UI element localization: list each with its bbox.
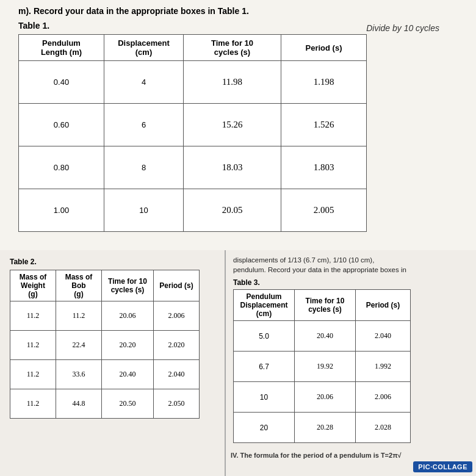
time-cell: 20.06 (102, 301, 154, 331)
period-cell: 2.020 (154, 331, 200, 360)
col-header-time2: Time for 10cycles (s) (102, 270, 154, 301)
time-cell: 20.50 (102, 389, 154, 419)
displacement-cell: 10 (104, 189, 184, 232)
disp-cell: 20 (234, 413, 295, 443)
col-header-time3: Time for 10cycles (s) (295, 290, 356, 321)
table2: Mass ofWeight (g) Mass of Bob(g) Time fo… (10, 270, 200, 419)
disp-cell: 6.7 (234, 352, 295, 382)
time-cell: 19.92 (295, 352, 356, 382)
table1: PendulumLength (m) Displacement(cm) Time… (18, 34, 367, 232)
time-cell: 20.06 (295, 382, 356, 413)
col-header-period2: Period (s) (154, 270, 200, 301)
time-cell: 11.98 (184, 61, 281, 104)
time-cell: 20.40 (295, 321, 356, 352)
col-header-time: Time for 10cycles (s) (184, 35, 281, 61)
table-row: 10 20.06 2.006 (234, 382, 411, 413)
col-header-length: PendulumLength (m) (19, 35, 104, 61)
col-header-bob: Mass of Bob(g) (56, 270, 102, 301)
table-row: 1.00 10 20.05 2.005 (19, 189, 367, 232)
table3: PendulumDisplacement(cm) Time for 10cycl… (233, 289, 411, 443)
table-row: 0.40 4 11.98 1.198 (19, 61, 367, 104)
table-row: 11.2 11.2 20.06 2.006 (10, 301, 200, 331)
table2-title: Table 2. (10, 258, 215, 266)
time-cell: 15.26 (184, 104, 281, 146)
length-cell: 1.00 (19, 189, 104, 232)
table3-title: Table 3. (233, 278, 469, 287)
table-row: 11.2 33.6 20.40 2.040 (10, 360, 200, 389)
iv-formula-text: IV. The formula for the period of a pend… (231, 452, 463, 459)
table-row: 6.7 19.92 1.992 (234, 352, 411, 382)
period-cell: 2.005 (281, 189, 367, 232)
table-row: 11.2 44.8 20.50 2.050 (10, 389, 200, 419)
period-cell: 1.198 (281, 61, 367, 104)
period-cell: 2.040 (356, 321, 411, 352)
period-cell: 2.050 (154, 389, 200, 419)
period-cell: 1.526 (281, 104, 367, 146)
weight-cell: 11.2 (10, 389, 56, 419)
weight-cell: 11.2 (10, 301, 56, 331)
intro-text: m). Record your data in the appropriate … (18, 6, 458, 16)
bob-cell: 33.6 (56, 360, 102, 389)
bob-cell: 11.2 (56, 301, 102, 331)
bottom-right-panel: displacements of 1/13 (6.7 cm), 1/10 (10… (226, 250, 476, 476)
bob-cell: 44.8 (56, 389, 102, 419)
period-cell: 2.006 (356, 382, 411, 413)
displacement-cell: 6 (104, 104, 184, 146)
length-cell: 0.80 (19, 146, 104, 189)
displacement-cell: 4 (104, 61, 184, 104)
col-header-displacement: Displacement(cm) (104, 35, 184, 61)
top-panel: m). Record your data in the appropriate … (0, 0, 476, 250)
right-intro-text: displacements of 1/13 (6.7 cm), 1/10 (10… (233, 255, 469, 275)
weight-cell: 11.2 (10, 331, 56, 360)
table-row: 20 20.28 2.028 (234, 413, 411, 443)
period-cell: 2.006 (154, 301, 200, 331)
time-cell: 20.20 (102, 331, 154, 360)
disp-cell: 10 (234, 382, 295, 413)
col-header-pendulum-disp: PendulumDisplacement(cm) (234, 290, 295, 321)
time-cell: 20.40 (102, 360, 154, 389)
table-row: 0.60 6 15.26 1.526 (19, 104, 367, 146)
bottom-section: Table 2. Mass ofWeight (g) Mass of Bob(g… (0, 250, 476, 476)
period-cell: 2.028 (356, 413, 411, 443)
length-cell: 0.40 (19, 61, 104, 104)
disp-cell: 5.0 (234, 321, 295, 352)
pic-collage-badge: PIC·COLLAGE (413, 461, 472, 472)
weight-cell: 11.2 (10, 360, 56, 389)
period-cell: 1.803 (281, 146, 367, 189)
col-header-period3: Period (s) (356, 290, 411, 321)
time-cell: 20.05 (184, 189, 281, 232)
col-header-period: Period (s) (281, 35, 367, 61)
table-row: 5.0 20.40 2.040 (234, 321, 411, 352)
period-cell: 2.040 (154, 360, 200, 389)
time-cell: 20.28 (295, 413, 356, 443)
bottom-left-panel: Table 2. Mass ofWeight (g) Mass of Bob(g… (0, 250, 226, 476)
table-row: 0.80 8 18.03 1.803 (19, 146, 367, 189)
col-header-weight: Mass ofWeight (g) (10, 270, 56, 301)
displacement-cell: 8 (104, 146, 184, 189)
time-cell: 18.03 (184, 146, 281, 189)
bob-cell: 22.4 (56, 331, 102, 360)
length-cell: 0.60 (19, 104, 104, 146)
annotation-text: Divide by 10 cycles (366, 23, 439, 33)
period-cell: 1.992 (356, 352, 411, 382)
table-row: 11.2 22.4 20.20 2.020 (10, 331, 200, 360)
